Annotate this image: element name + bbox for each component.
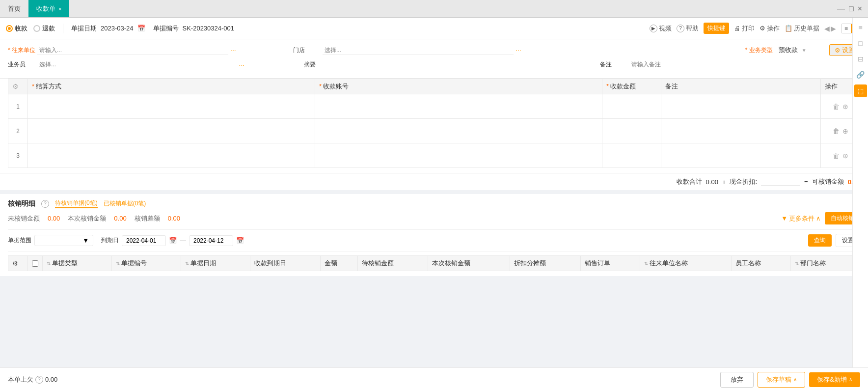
operation-icon: ⚙ xyxy=(760,25,765,32)
row-1-amount[interactable] xyxy=(602,94,661,119)
row-2-note[interactable] xyxy=(661,119,821,143)
th-settlement: * 结算方式 xyxy=(28,79,315,94)
business-type-dropdown-icon[interactable]: ▼ xyxy=(802,48,807,53)
tab-home-label: 首页 xyxy=(8,4,21,13)
doc-num-value: SK-20230324-001 xyxy=(183,25,235,32)
date-dash: — xyxy=(180,237,186,244)
print-icon: 🖨 xyxy=(734,25,740,32)
toolbar: 收款 退款 单据日期 2023-03-24 📅 单据编号 SK-20230324… xyxy=(0,18,868,39)
radio-refund[interactable]: 退款 xyxy=(33,24,55,33)
footer: 本单上欠 ? 0.00 放弃 保存草稿 ∧ 保存&新增 ∧ xyxy=(0,367,868,391)
date-start-input[interactable] xyxy=(122,235,166,246)
save-draft-btn[interactable]: 保存草稿 ∧ xyxy=(758,372,805,388)
row-3-amount[interactable] xyxy=(602,143,661,168)
sidebar-btn-5[interactable]: ⬚ xyxy=(854,84,867,97)
tab-receipt[interactable]: 收款单 × xyxy=(28,0,69,17)
row-2-copy-icon[interactable]: ⊕ xyxy=(842,127,848,135)
nav-right-icon[interactable]: ▶ xyxy=(831,25,836,32)
hexiao-info-icon[interactable]: ? xyxy=(41,200,49,208)
calendar-icon[interactable]: 📅 xyxy=(137,25,145,32)
row-3-note[interactable] xyxy=(661,143,821,168)
th-note: 备注 xyxy=(661,79,821,94)
counterpart-field: 往来单位 ··· xyxy=(8,46,236,55)
salesman-more-icon[interactable]: ··· xyxy=(239,61,245,69)
abandon-btn[interactable]: 放弃 xyxy=(720,372,754,388)
row-3-settlement[interactable] xyxy=(28,143,315,168)
row-2-delete-icon[interactable]: 🗑 xyxy=(833,127,840,135)
row-2-settlement[interactable] xyxy=(28,119,315,143)
note-input[interactable] xyxy=(629,60,837,69)
sidebar-btn-2[interactable]: □ xyxy=(855,37,867,49)
select-all-checkbox[interactable] xyxy=(32,260,38,267)
nav-left-icon[interactable]: ◀ xyxy=(824,25,830,32)
summary-input[interactable] xyxy=(333,60,541,69)
win-close-btn[interactable]: × xyxy=(858,4,862,13)
save-new-arrow-icon: ∧ xyxy=(849,377,852,382)
salesman-label: 业务员 xyxy=(8,60,37,69)
footer-info-icon[interactable]: ? xyxy=(35,376,43,384)
form-row-1: 往来单位 ··· 门店 ··· 业务类型 预收款 ▼ ⚙ 设置 xyxy=(8,44,860,56)
range-select[interactable]: ▼ xyxy=(34,235,93,246)
date-end-input[interactable] xyxy=(189,235,233,246)
window-controls: — □ × xyxy=(837,4,868,13)
radio-receipt-label: 收款 xyxy=(15,24,27,33)
row-2-account[interactable] xyxy=(315,119,602,143)
footer-actions: 放弃 保存草稿 ∧ 保存&新增 ∧ xyxy=(720,372,860,388)
salesman-field: 业务员 ··· xyxy=(8,60,244,69)
bth-discount: 折扣分摊额 xyxy=(510,256,580,271)
store-input[interactable] xyxy=(323,46,514,55)
doc-num-label: 单据编号 xyxy=(153,24,179,33)
bth-doc-date: ⇅ 单据日期 xyxy=(181,256,250,271)
equals-sign: = xyxy=(804,178,808,186)
bth-amount: 金额 xyxy=(321,256,357,271)
btable-settings-icon[interactable]: ⚙ xyxy=(12,260,18,267)
row-1-settlement[interactable] xyxy=(28,94,315,119)
row-3-delete-icon[interactable]: 🗑 xyxy=(833,152,840,160)
row-2-amount[interactable] xyxy=(602,119,661,143)
row-1-copy-icon[interactable]: ⊕ xyxy=(842,103,848,111)
discount-input[interactable] xyxy=(761,178,800,186)
unchecked-value: 0.00 xyxy=(48,215,60,222)
summary-field: 摘要 xyxy=(304,60,541,69)
operation-btn[interactable]: ⚙ 操作 xyxy=(760,24,780,33)
sidebar-btn-4[interactable]: 🔗 xyxy=(855,69,867,81)
calendar-start-icon[interactable]: 📅 xyxy=(169,237,177,244)
row-1-note[interactable] xyxy=(661,94,821,119)
counterpart-more-icon[interactable]: ··· xyxy=(230,46,236,54)
more-conditions-btn[interactable]: ▼ 更多条件 ∧ xyxy=(781,214,821,223)
history-btn[interactable]: 📋 历史单据 xyxy=(785,24,819,33)
row-1-account[interactable] xyxy=(315,94,602,119)
video-btn[interactable]: ▶ 视频 xyxy=(650,24,672,33)
tab-receipt-close[interactable]: × xyxy=(58,6,61,12)
store-more-icon[interactable]: ··· xyxy=(515,46,521,54)
save-new-btn[interactable]: 保存&新增 ∧ xyxy=(809,372,860,387)
bth-doc-num: ⇅ 单据编号 xyxy=(111,256,181,271)
list-view-btn[interactable]: ≡ xyxy=(841,24,851,33)
row-3-copy-icon[interactable]: ⊕ xyxy=(842,152,848,160)
win-minimize-btn[interactable]: — xyxy=(837,4,845,13)
help-icon: ? xyxy=(677,25,684,32)
radio-receipt[interactable]: 收款 xyxy=(6,24,27,33)
pending-tab[interactable]: 待核销单据(0笔) xyxy=(55,199,98,208)
bth-current: 本次核销金额 xyxy=(428,256,510,271)
section-divider xyxy=(0,190,868,194)
win-maximize-btn[interactable]: □ xyxy=(849,4,854,13)
calendar-end-icon[interactable]: 📅 xyxy=(236,237,244,244)
query-btn[interactable]: 查询 xyxy=(808,234,832,247)
form-row-2: 业务员 ··· 摘要 备注 xyxy=(8,60,860,69)
done-tab[interactable]: 已核销单据(0笔) xyxy=(104,199,146,208)
help-btn[interactable]: ? 帮助 xyxy=(677,24,699,33)
row-1-delete-icon[interactable]: 🗑 xyxy=(833,103,840,111)
sidebar-btn-3[interactable]: ⊟ xyxy=(855,53,867,65)
bth-checkbox xyxy=(28,256,43,271)
sidebar-btn-1[interactable]: ≡ xyxy=(855,22,867,33)
table-settings-icon[interactable]: ⚙ xyxy=(12,83,19,90)
print-btn[interactable]: 🖨 打印 xyxy=(734,24,755,33)
salesman-input[interactable] xyxy=(37,60,237,69)
row-3-account[interactable] xyxy=(315,143,602,168)
counterpart-input[interactable] xyxy=(37,46,228,55)
save-draft-arrow-icon: ∧ xyxy=(793,377,797,382)
tab-home[interactable]: 首页 xyxy=(0,0,28,17)
shortcut-btn[interactable]: 快捷键 xyxy=(704,23,729,34)
history-label: 历史单据 xyxy=(794,24,819,33)
